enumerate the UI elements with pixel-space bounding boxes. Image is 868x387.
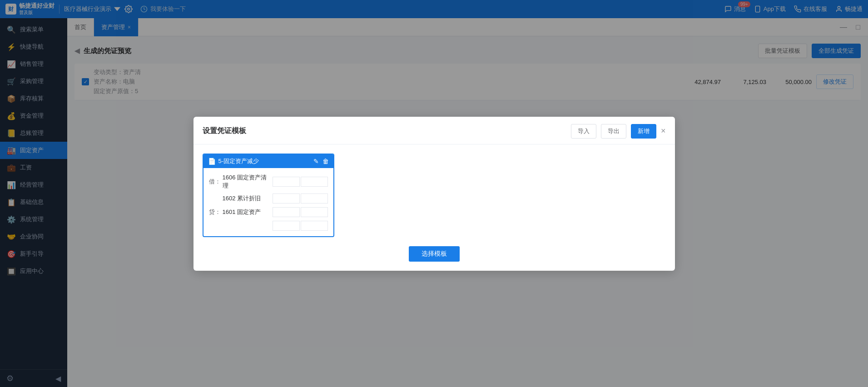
entry-col-credit-3: [301, 207, 328, 217]
new-template-button[interactable]: 新增: [631, 124, 656, 139]
template-edit-icon[interactable]: ✎: [313, 158, 319, 165]
entry-cols-3: [272, 207, 328, 217]
template-header-left: 📄 5-固定资产减少: [208, 157, 259, 165]
template-entry-2: 1602 累计折旧: [203, 192, 333, 205]
entry-col-empty-2: [301, 221, 328, 231]
entry-direction-1: 借：: [209, 178, 223, 186]
entry-account-3: 1601 固定资产: [223, 208, 272, 216]
template-name: 5-固定资产减少: [218, 157, 259, 165]
entry-col-empty-1: [273, 221, 300, 231]
entry-col-credit-1: [301, 177, 328, 187]
template-entry-3: 贷： 1601 固定资产: [203, 205, 333, 219]
template-list: 📄 5-固定资产减少 ✎ 🗑 借： 1606 固定资产清理: [203, 154, 666, 237]
select-template-area: 选择模板: [203, 246, 666, 262]
entry-cols-2: [272, 194, 328, 203]
template-doc-icon: 📄: [208, 158, 216, 165]
entry-account-1: 1606 固定资产清理: [223, 174, 272, 190]
entry-col-debit-2: [273, 194, 300, 203]
select-template-button[interactable]: 选择模板: [409, 246, 460, 262]
import-button[interactable]: 导入: [571, 124, 596, 139]
template-card-body: 借： 1606 固定资产清理 1602 累计折旧: [203, 168, 333, 236]
entry-direction-3: 贷：: [209, 208, 223, 216]
export-button[interactable]: 导出: [601, 124, 626, 139]
template-card: 📄 5-固定资产减少 ✎ 🗑 借： 1606 固定资产清理: [203, 154, 334, 237]
entry-col-debit-1: [273, 177, 300, 187]
entry-col-credit-2: [301, 194, 328, 203]
dialog-toolbar: 导入 导出 新增: [571, 124, 656, 139]
dialog-body: 📄 5-固定资产减少 ✎ 🗑 借： 1606 固定资产清理: [193, 144, 675, 271]
template-entry-empty: [203, 219, 333, 233]
entry-col-debit-3: [273, 207, 300, 217]
dialog-header: 设置凭证模板 导入 导出 新增 ×: [193, 117, 675, 144]
dialog-title: 设置凭证模板: [203, 126, 246, 136]
entry-account-2: 1602 累计折旧: [223, 194, 272, 203]
template-delete-icon[interactable]: 🗑: [322, 158, 329, 165]
dialog-overlay: 设置凭证模板 导入 导出 新增 × 📄 5-固定资产减少: [0, 0, 868, 387]
template-entry-1: 借： 1606 固定资产清理: [203, 172, 333, 192]
dialog-header-right: 导入 导出 新增 ×: [571, 124, 666, 139]
template-card-header: 📄 5-固定资产减少 ✎ 🗑: [203, 154, 333, 168]
voucher-template-dialog: 设置凭证模板 导入 导出 新增 × 📄 5-固定资产减少: [193, 117, 675, 271]
entry-cols-1: [272, 177, 328, 187]
template-header-actions: ✎ 🗑: [313, 158, 329, 165]
dialog-close-button[interactable]: ×: [661, 126, 666, 136]
entry-cols-empty: [272, 221, 328, 231]
